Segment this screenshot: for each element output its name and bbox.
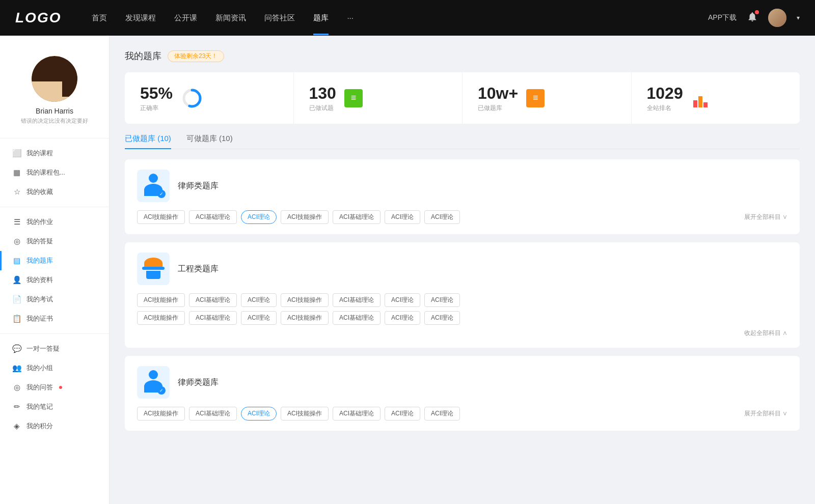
tag-item[interactable]: ACI技能操作 (281, 293, 329, 307)
stat-label: 正确率 (140, 104, 173, 113)
tags-row-2: ACI技能操作 ACI基础理论 ACI理论 ACI技能操作 ACI基础理论 AC… (137, 311, 787, 325)
expand-link-2[interactable]: 展开全部科目 ∨ (744, 409, 787, 418)
sidebar-item-label: 我的作业 (26, 217, 53, 227)
tag-item[interactable]: ACI技能操作 (281, 311, 329, 325)
bar1 (693, 100, 697, 107)
qbank-header: 工程类题库 (137, 253, 787, 285)
tag-item[interactable]: ACI基础理论 (333, 210, 381, 224)
tag-item-highlighted[interactable]: ACI理论 (241, 407, 277, 421)
sidebar-item-label: 我的资料 (26, 275, 53, 285)
sidebar-item-my-qa[interactable]: ◎ 我的答疑 (0, 232, 109, 251)
qa-icon: ◎ (12, 237, 21, 246)
tag-item[interactable]: ACI基础理论 (189, 293, 237, 307)
qbank-header: ✓ 律师类题库 (137, 170, 787, 202)
sidebar-profile: Brian Harris 错误的决定比没有决定要好 (0, 46, 109, 133)
sidebar-item-exam[interactable]: 📄 我的考试 (0, 290, 109, 309)
nav-discover[interactable]: 发现课程 (125, 13, 156, 23)
my-data-icon: 👤 (12, 275, 21, 285)
sidebar-item-points[interactable]: ◈ 我的积分 (0, 416, 109, 436)
sidebar: Brian Harris 错误的决定比没有决定要好 ⬜ 我的课程 ▦ 我的课程包… (0, 36, 110, 504)
tag-item[interactable]: ACI理论 (424, 293, 460, 307)
question-bank-icon: ▤ (12, 256, 21, 265)
qbank-title: 律师类题库 (178, 377, 219, 388)
exam-icon: 📄 (12, 295, 21, 304)
stat-value-accuracy: 55% 正确率 (140, 83, 173, 113)
qbank-title: 工程类题库 (178, 264, 219, 274)
qbank-card-lawyer: ✓ 律师类题库 ACI技能操作 ACI基础理论 ACI理论 ACI技能操作 AC… (125, 159, 800, 234)
sidebar-item-my-data[interactable]: 👤 我的资料 (0, 270, 109, 290)
expand-link[interactable]: 展开全部科目 ∨ (744, 213, 787, 221)
main-layout: Brian Harris 错误的决定比没有决定要好 ⬜ 我的课程 ▦ 我的课程包… (0, 36, 815, 504)
nav-question-bank[interactable]: 题库 (313, 13, 329, 23)
lawyer-person-icon: ✓ (141, 174, 166, 198)
tag-item[interactable]: ACI技能操作 (281, 210, 329, 224)
tag-item[interactable]: ACI基础理论 (333, 407, 381, 421)
course-package-icon: ▦ (12, 168, 21, 177)
tag-item[interactable]: ACI基础理论 (189, 311, 237, 325)
user-avatar[interactable] (768, 9, 786, 27)
nav-qa[interactable]: 问答社区 (264, 13, 295, 23)
tag-item[interactable]: ACI基础理论 (333, 311, 381, 325)
logo: LOGO (15, 10, 61, 26)
app-download-link[interactable]: APP下载 (708, 13, 737, 22)
lawyer-person-icon-2: ✓ (141, 370, 166, 395)
tag-item[interactable]: ACI技能操作 (137, 311, 185, 325)
menu-divider-1 (0, 207, 109, 207)
stat-done-banks: 10w+ 已做题库 ≡ (463, 72, 632, 124)
sidebar-item-course-package[interactable]: ▦ 我的课程包... (0, 163, 109, 182)
stat-label: 已做题库 (478, 104, 518, 113)
nav-right: APP下载 ▾ (708, 9, 800, 27)
tag-item[interactable]: ACI理论 (385, 311, 420, 325)
sidebar-item-favorites[interactable]: ☆ 我的收藏 (0, 182, 109, 202)
tag-item[interactable]: ACI理论 (385, 293, 420, 307)
stat-value-ranking: 1029 全站排名 (647, 83, 683, 113)
tag-item[interactable]: ACI基础理论 (189, 407, 237, 421)
tag-item[interactable]: ACI理论 (385, 407, 420, 421)
bar2 (698, 96, 702, 107)
collapse-link[interactable]: 收起全部科目 ∧ (137, 329, 787, 338)
sidebar-item-notes[interactable]: ✏ 我的笔记 (0, 397, 109, 416)
tag-item[interactable]: ACI理论 (424, 210, 460, 224)
tag-item[interactable]: ACI技能操作 (137, 407, 185, 421)
stat-number: 10w+ (478, 83, 518, 103)
nav-open-course[interactable]: 公开课 (174, 13, 197, 23)
notification-dot (755, 10, 759, 14)
stat-number: 130 (309, 83, 336, 103)
sidebar-item-one-on-one[interactable]: 💬 一对一答疑 (0, 339, 109, 358)
stat-value-questions: 130 已做试题 (309, 83, 336, 113)
tag-item[interactable]: ACI理论 (385, 210, 420, 224)
tag-item[interactable]: ACI基础理论 (189, 210, 237, 224)
tag-item[interactable]: ACI理论 (424, 311, 460, 325)
nav-news[interactable]: 新闻资讯 (215, 13, 246, 23)
page-header: 我的题库 体验剩余23天！ (125, 50, 800, 62)
stat-label: 全站排名 (647, 104, 683, 113)
nav-home[interactable]: 首页 (92, 13, 107, 23)
avatar-dropdown-arrow[interactable]: ▾ (797, 14, 800, 21)
tag-item[interactable]: ACI技能操作 (137, 293, 185, 307)
sidebar-item-my-course[interactable]: ⬜ 我的课程 (0, 144, 109, 163)
sidebar-item-label: 我的收藏 (26, 187, 53, 197)
notes-icon: ✏ (12, 402, 21, 411)
tag-item[interactable]: ACI技能操作 (281, 407, 329, 421)
sidebar-item-homework[interactable]: ☰ 我的作业 (0, 212, 109, 232)
sidebar-item-my-questions[interactable]: ◎ 我的问答 (0, 378, 109, 397)
tag-item-highlighted[interactable]: ACI理论 (241, 210, 277, 224)
tag-item[interactable]: ACI基础理论 (333, 293, 381, 307)
tag-item[interactable]: ACI理论 (241, 311, 277, 325)
tag-item[interactable]: ACI理论 (424, 407, 460, 421)
avatar-image (768, 9, 786, 27)
tags-row-1: ACI技能操作 ACI基础理论 ACI理论 ACI技能操作 ACI基础理论 AC… (137, 210, 787, 224)
tab-available-banks[interactable]: 可做题库 (10) (186, 134, 233, 149)
sidebar-item-question-bank[interactable]: ▤ 我的题库 (0, 251, 109, 270)
tag-item[interactable]: ACI理论 (241, 293, 277, 307)
nav-more[interactable]: ··· (347, 13, 354, 23)
green-doc-icon: ≡ (344, 89, 363, 107)
sidebar-item-certificate[interactable]: 📋 我的证书 (0, 309, 109, 328)
tag-item[interactable]: ACI技能操作 (137, 210, 185, 224)
sidebar-item-my-group[interactable]: 👥 我的小组 (0, 358, 109, 378)
main-content: 我的题库 体验剩余23天！ 55% 正确率 (110, 36, 815, 504)
bar-chart-icon (691, 89, 710, 107)
bell-button[interactable] (747, 11, 758, 24)
tab-done-banks[interactable]: 已做题库 (10) (125, 134, 171, 149)
nav-links: 首页 发现课程 公开课 新闻资讯 问答社区 题库 ··· (92, 13, 708, 23)
